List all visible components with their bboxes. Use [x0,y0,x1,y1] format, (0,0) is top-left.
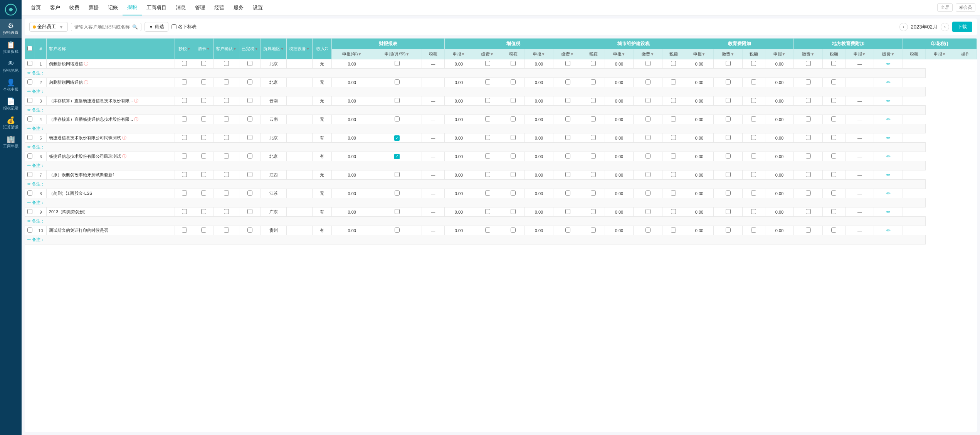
cs-checkbox1[interactable] [565,153,570,158]
filter-button[interactable]: ▼ 筛选 [145,22,168,32]
cs-checkbox1[interactable] [565,61,570,66]
nav-manage[interactable]: 管理 [190,0,210,15]
jy-checkbox1[interactable] [645,98,651,103]
yh-checkbox1[interactable] [806,98,811,103]
cs-checkbox2[interactable] [591,172,596,177]
yh-checkbox1[interactable] [806,61,811,66]
cs-checkbox1[interactable] [565,135,570,140]
select-all-checkbox[interactable] [27,46,32,51]
member-button[interactable]: 稻会员 [956,3,975,12]
yh-checkbox1[interactable] [806,191,811,196]
df-checkbox2[interactable] [751,135,756,140]
zz-checkbox1[interactable] [485,79,490,84]
nav-message[interactable]: 消息 [171,0,190,15]
cs-checkbox2[interactable] [591,191,596,196]
yh-checkbox1[interactable] [806,172,811,177]
sidebar-item-gongshang-nianbao[interactable]: 🏢 工商年报 [0,133,22,152]
df-checkbox2[interactable] [751,228,756,233]
chaoshui-checkbox[interactable] [182,228,187,233]
yh-checkbox2[interactable] [831,116,836,121]
paid-checkbox[interactable] [247,98,252,103]
jy-checkbox1[interactable] [645,228,651,233]
confirm-checkbox[interactable] [224,209,229,214]
search-box[interactable]: 🔍 [71,23,141,31]
jy-checkbox2[interactable] [671,228,676,233]
jy-checkbox1[interactable] [645,61,651,66]
qingka-checkbox[interactable] [201,61,206,66]
qingka-checkbox[interactable] [201,191,206,196]
paid-checkbox[interactable] [247,61,252,66]
cs-checkbox1[interactable] [565,191,570,196]
df-checkbox2[interactable] [751,191,756,196]
jy-checkbox1[interactable] [645,172,651,177]
caibao-year-checkbox[interactable] [395,191,400,196]
df-checkbox1[interactable] [726,228,731,233]
caibao-year-checkbox[interactable] [395,172,400,177]
chaoshui-checkbox[interactable] [182,135,187,140]
sidebar-item-baoshui-jilu[interactable]: 📄 报税记录 [0,95,22,114]
zz-checkbox2[interactable] [511,172,516,177]
date-next-button[interactable]: › [941,23,949,31]
row-checkbox[interactable] [27,172,32,177]
df-checkbox2[interactable] [751,209,756,214]
caibao-year-checkbox[interactable] [395,98,400,103]
zz-checkbox1[interactable] [485,191,490,196]
caibao-year-checkbox[interactable] [395,79,400,84]
zz-checkbox2[interactable] [511,228,516,233]
sidebar-item-geshui-shenbao[interactable]: 👤 个税申报 [0,76,22,95]
yh-checkbox2[interactable] [831,172,836,177]
nav-fee[interactable]: 收费 [65,0,84,15]
yh-checkbox1[interactable] [806,153,811,158]
df-checkbox1[interactable] [726,79,731,84]
cs-checkbox1[interactable] [565,172,570,177]
chaoshui-checkbox[interactable] [182,116,187,121]
sidebar-item-baoshui-shezhi[interactable]: ⚙ 报税设置 [0,19,22,38]
confirm-checkbox[interactable] [224,228,229,233]
yh-checkbox2[interactable] [831,79,836,84]
mingdan-checkbox[interactable] [171,24,177,29]
yh-checkbox1[interactable] [806,228,811,233]
chaoshui-checkbox[interactable] [182,153,187,158]
yh-checkbox2[interactable] [831,61,836,66]
caibao-year-checkbox[interactable] [395,116,400,121]
cs-checkbox1[interactable] [565,228,570,233]
sidebar-item-piliang-baoshui[interactable]: 📋 批量报税 [0,38,22,57]
row-checkbox[interactable] [27,61,32,66]
confirm-checkbox[interactable] [224,153,229,158]
yh-checkbox1[interactable] [806,135,811,140]
jy-checkbox1[interactable] [645,153,651,158]
row-checkbox[interactable] [27,191,32,196]
jy-checkbox2[interactable] [671,135,676,140]
caibao-year-checkbox[interactable] [395,228,400,233]
qingka-checkbox[interactable] [201,135,206,140]
yh-checkbox2[interactable] [831,209,836,214]
zz-checkbox1[interactable] [485,98,490,103]
row-checkbox[interactable] [27,79,32,84]
yh-checkbox1[interactable] [806,116,811,121]
paid-checkbox[interactable] [247,116,252,121]
sidebar-item-huisuan-qingjiao[interactable]: 💰 汇算清缴 [0,114,22,133]
cs-checkbox1[interactable] [565,98,570,103]
paid-checkbox[interactable] [247,172,252,177]
jy-checkbox2[interactable] [671,116,676,121]
df-checkbox2[interactable] [751,153,756,158]
cs-checkbox1[interactable] [565,79,570,84]
zz-checkbox2[interactable] [511,116,516,121]
cs-checkbox1[interactable] [565,116,570,121]
date-prev-button[interactable]: ‹ [899,23,908,31]
edit-icon[interactable]: ✏ [886,61,891,67]
jy-checkbox1[interactable] [645,209,651,214]
nav-service[interactable]: 服务 [229,0,248,15]
confirm-checkbox[interactable] [224,191,229,196]
confirm-checkbox[interactable] [224,98,229,103]
confirm-checkbox[interactable] [224,135,229,140]
confirm-checkbox[interactable] [224,172,229,177]
sidebar-item-baoshui-lanjian[interactable]: 👁 报税览见 [0,57,22,76]
zz-checkbox2[interactable] [511,153,516,158]
df-checkbox1[interactable] [726,116,731,121]
paid-checkbox[interactable] [247,153,252,158]
nav-home[interactable]: 首页 [26,0,45,15]
qingka-checkbox[interactable] [201,98,206,103]
jy-checkbox1[interactable] [645,79,651,84]
zz-checkbox1[interactable] [485,116,490,121]
